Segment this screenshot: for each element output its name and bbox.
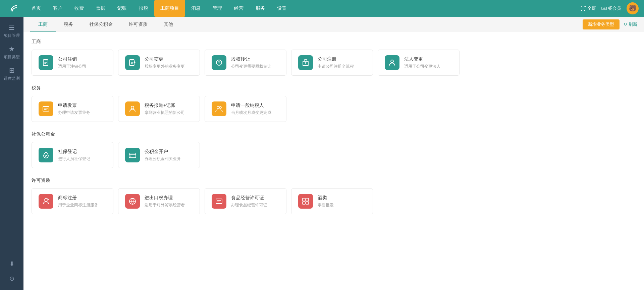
card-food-license[interactable]: 食品经营许可证 办理食品经营许可证 xyxy=(205,188,286,214)
svg-point-9 xyxy=(131,106,134,109)
sidebar-label-project-type: 项目类型 xyxy=(4,54,20,60)
card-trademark[interactable]: 商标注册 用于企业商标注册服务 xyxy=(32,188,113,214)
svg-rect-2 xyxy=(43,60,48,66)
card-desc-import-export: 适用于对外贸易经营者 xyxy=(145,202,185,208)
nav-tax[interactable]: 报税 xyxy=(133,0,154,17)
card-tax-report[interactable]: 税务报道+记账 拿到营业执照的新公司 xyxy=(118,96,200,122)
nav-business[interactable]: 工商项目 xyxy=(154,0,185,17)
card-text-alcohol: 酒类 零售批发 xyxy=(318,195,334,208)
section-title-social: 社保公积金 xyxy=(32,131,636,137)
card-desc-company-change: 股权变更外的业务变更 xyxy=(145,64,185,69)
card-equity-transfer[interactable]: ¥ 股权转让 公司变更需要股权转让 xyxy=(205,50,286,76)
section-title-license: 许可资质 xyxy=(32,177,636,184)
card-name-alcohol: 酒类 xyxy=(318,195,334,201)
card-icon-tax-report xyxy=(125,101,140,116)
svg-point-7 xyxy=(391,60,393,63)
card-desc-general-taxpayer: 当月或次月成变更完成 xyxy=(231,110,271,116)
nav-operation[interactable]: 经营 xyxy=(228,0,250,17)
sidebar-item-project-manage[interactable]: ☰ 项目管理 xyxy=(0,20,23,42)
card-icon-trademark xyxy=(39,194,53,209)
svg-rect-20 xyxy=(306,202,309,204)
svg-rect-12 xyxy=(129,153,136,158)
industry-cards-grid: 公司注销 适用于注销公司 公司变更 股权变更外的业务变更 xyxy=(32,50,636,76)
fullscreen-button[interactable]: 全屏 xyxy=(581,5,596,11)
card-desc-tax-report: 拿到营业执照的新公司 xyxy=(145,110,185,116)
svg-text:¥: ¥ xyxy=(218,61,220,65)
refresh-button[interactable]: ↻ 刷新 xyxy=(624,21,637,27)
nav-home[interactable]: 首页 xyxy=(25,0,47,17)
card-apply-invoice[interactable]: 申请发票 办理申请发票业务 xyxy=(32,96,113,122)
card-text-apply-invoice: 申请发票 办理申请发票业务 xyxy=(58,102,90,116)
card-icon-provident-fund xyxy=(125,148,140,162)
card-text-equity-transfer: 股权转让 公司变更需要股权转让 xyxy=(231,56,271,69)
nav-settings[interactable]: 设置 xyxy=(271,0,292,17)
card-icon-import-export xyxy=(125,194,140,209)
card-company-register[interactable]: 公司注册 申请公司注册全流程 xyxy=(291,50,373,76)
nav-bookkeeping[interactable]: 记账 xyxy=(111,0,133,17)
section-title-tax: 税务 xyxy=(32,85,636,91)
card-social-register[interactable]: 社保登记 进行人员社保登记 xyxy=(32,142,113,168)
card-icon-legal-change xyxy=(385,55,399,70)
project-manage-icon: ☰ xyxy=(9,23,15,31)
card-desc-social-register: 进行人员社保登记 xyxy=(58,156,90,162)
tab-industry[interactable]: 工商 xyxy=(30,17,56,32)
sidebar-bottom: ⬇ ⊙ xyxy=(6,258,18,285)
progress-icon: ⊞ xyxy=(9,66,15,74)
nav-customer[interactable]: 客户 xyxy=(47,0,68,17)
tax-cards-grid: 申请发票 办理申请发票业务 税务报道+记账 拿到营业执照的新公司 xyxy=(32,96,636,122)
card-icon-company-change xyxy=(125,55,140,70)
card-desc-apply-invoice: 办理申请发票业务 xyxy=(58,110,90,116)
fullscreen-label: 全屏 xyxy=(587,5,596,11)
section-industry: 工商 公司注销 适用于注销公司 xyxy=(32,39,636,76)
vip-label: 畅会员 xyxy=(608,5,621,11)
nav-message[interactable]: 消息 xyxy=(185,0,207,17)
card-desc-trademark: 用于企业商标注册服务 xyxy=(58,202,98,208)
refresh-icon: ↻ xyxy=(624,22,627,27)
card-provident-fund[interactable]: 公积金开户 办理公积金相关业务 xyxy=(118,142,200,168)
tab-license[interactable]: 许可资质 xyxy=(121,17,156,32)
svg-rect-16 xyxy=(216,199,222,204)
vip-button[interactable]: 畅会员 xyxy=(601,5,621,11)
nav-manage[interactable]: 管理 xyxy=(207,0,228,17)
card-desc-food-license: 办理食品经营许可证 xyxy=(231,202,267,208)
svg-rect-17 xyxy=(303,198,305,201)
sidebar-item-progress[interactable]: ⊞ 进度监测 xyxy=(0,63,23,84)
left-sidebar: ☰ 项目管理 ★ 项目类型 ⊞ 进度监测 ⬇ ⊙ xyxy=(0,17,23,290)
svg-rect-18 xyxy=(306,198,309,201)
tab-social-security[interactable]: 社保公积金 xyxy=(81,17,121,32)
card-company-change[interactable]: 公司变更 股权变更外的业务变更 xyxy=(118,50,200,76)
new-type-button[interactable]: 新增业务类型 xyxy=(583,19,620,29)
card-company-cancel[interactable]: 公司注销 适用于注销公司 xyxy=(32,50,113,76)
section-social-security: 社保公积金 社保登记 进行人员社保登记 xyxy=(32,131,636,168)
card-general-taxpayer[interactable]: 申请一般纳税人 当月或次月成变更完成 xyxy=(205,96,286,122)
card-name-equity-transfer: 股权转让 xyxy=(231,56,271,62)
location-button[interactable]: ⊙ xyxy=(6,273,18,285)
sidebar-item-project-type[interactable]: ★ 项目类型 xyxy=(0,42,23,63)
svg-rect-8 xyxy=(43,106,49,111)
card-icon-equity-transfer: ¥ xyxy=(212,55,226,70)
card-legal-change[interactable]: 法人变更 适用于公司变更法人 xyxy=(378,50,460,76)
nav-invoice[interactable]: 票据 xyxy=(90,0,111,17)
nav-service[interactable]: 服务 xyxy=(250,0,271,17)
card-text-company-register: 公司注册 申请公司注册全流程 xyxy=(318,56,354,69)
social-cards-grid: 社保登记 进行人员社保登记 公积金开户 办理公积金相关业务 xyxy=(32,142,636,168)
card-name-company-change: 公司变更 xyxy=(145,56,185,62)
download-button[interactable]: ⬇ xyxy=(6,258,18,270)
tab-other[interactable]: 其他 xyxy=(156,17,181,32)
project-type-icon: ★ xyxy=(9,45,15,53)
card-icon-social-register xyxy=(39,148,53,162)
svg-rect-3 xyxy=(129,60,134,66)
card-icon-apply-invoice xyxy=(39,101,53,116)
nav-menu: 首页 客户 收费 票据 记账 报税 工商项目 消息 管理 经营 服务 设置 xyxy=(25,0,581,17)
card-import-export[interactable]: 进出口权办理 适用于对外贸易经营者 xyxy=(118,188,200,214)
avatar[interactable]: 🐻 xyxy=(627,2,639,14)
card-text-general-taxpayer: 申请一般纳税人 当月或次月成变更完成 xyxy=(231,102,271,116)
card-alcohol[interactable]: 酒类 零售批发 xyxy=(291,188,373,214)
main-layout: ☰ 项目管理 ★ 项目类型 ⊞ 进度监测 ⬇ ⊙ 工商 税务 社保公积金 许可资… xyxy=(0,17,644,290)
tab-tax[interactable]: 税务 xyxy=(56,17,81,32)
card-text-tax-report: 税务报道+记账 拿到营业执照的新公司 xyxy=(145,102,185,116)
card-text-company-cancel: 公司注销 适用于注销公司 xyxy=(58,56,86,69)
nav-fee[interactable]: 收费 xyxy=(68,0,90,17)
sidebar-label-project-manage: 项目管理 xyxy=(4,33,20,39)
main-content: 工商 公司注销 适用于注销公司 xyxy=(23,32,644,290)
